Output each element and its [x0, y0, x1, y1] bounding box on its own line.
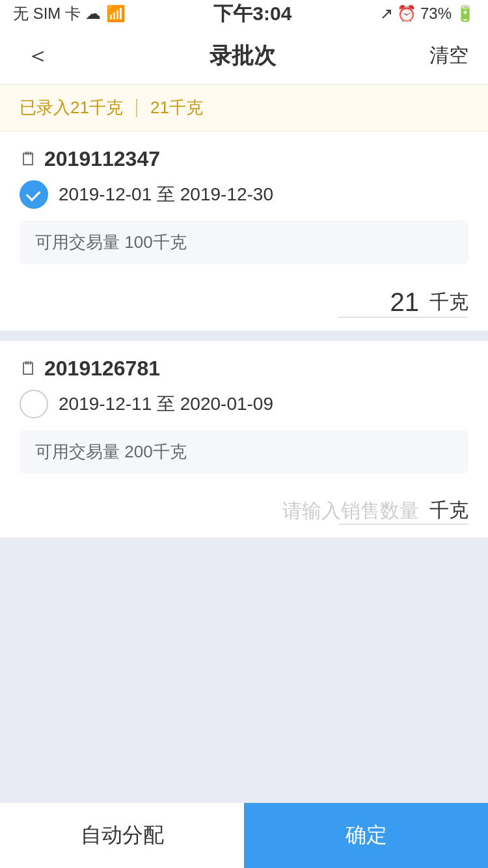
sim-label: 无 SIM 卡 ☁ — [13, 3, 101, 24]
batch2-card: 🗒 2019126781 2019-12-11 至 2020-01-09 可用交… — [0, 341, 488, 537]
batch2-available-box: 可用交易量 200千克 — [20, 430, 468, 474]
section-divider-1 — [0, 331, 488, 341]
confirm-button[interactable]: 确定 — [244, 803, 488, 868]
batch2-qty-unit: 千克 — [429, 497, 468, 524]
page-title: 录批次 — [210, 41, 276, 71]
batch1-available-text: 可用交易量 100千克 — [35, 232, 187, 252]
batch1-id: 2019112347 — [44, 147, 160, 171]
batch2-date-range: 2019-12-11 至 2020-01-09 — [59, 392, 273, 416]
wifi-icon: 📶 — [106, 5, 126, 23]
auto-distribute-button[interactable]: 自动分配 — [0, 803, 244, 868]
battery-icon: 🔋 — [455, 5, 475, 23]
battery-text: 73% — [420, 5, 452, 23]
batch2-input-row: 千克 — [0, 487, 488, 524]
batch2-available-text: 可用交易量 200千克 — [35, 442, 187, 461]
batch1-qty-unit: 千克 — [429, 289, 468, 316]
batch2-radio[interactable] — [20, 390, 48, 418]
bottom-bar: 自动分配 确定 — [0, 803, 488, 868]
back-button[interactable]: ＜ — [20, 33, 56, 78]
batch1-qty-value: 21 — [367, 288, 419, 317]
batch2-qty-input[interactable] — [172, 500, 419, 522]
batch1-qty-row: 21 千克 — [0, 277, 488, 317]
recorded-amount-value: 21千克 — [150, 96, 203, 119]
status-time: 下午3:04 — [213, 1, 291, 27]
batch1-card: 🗒 2019112347 2019-12-01 至 2019-12-30 可用交… — [0, 131, 488, 331]
batch1-date-range: 2019-12-01 至 2019-12-30 — [59, 182, 273, 207]
gray-area — [0, 548, 488, 834]
status-left: 无 SIM 卡 ☁ 📶 — [13, 3, 126, 24]
batch1-icon: 🗒 — [20, 148, 38, 170]
batch1-radio[interactable] — [20, 180, 48, 209]
clear-button[interactable]: 清空 — [429, 42, 468, 69]
location-icon: ↗ — [380, 5, 393, 23]
nav-bar: ＜ 录批次 清空 — [0, 27, 488, 85]
banner-divider — [136, 99, 137, 117]
status-bar: 无 SIM 卡 ☁ 📶 下午3:04 ↗ ⏰ 73% 🔋 — [0, 0, 488, 27]
recorded-amount-label: 已录入21千克 — [20, 96, 123, 119]
info-banner: 已录入21千克 21千克 — [0, 85, 488, 131]
batch2-id: 2019126781 — [44, 357, 160, 381]
batch1-available-box: 可用交易量 100千克 — [20, 221, 468, 264]
alarm-icon: ⏰ — [397, 5, 416, 23]
status-right: ↗ ⏰ 73% 🔋 — [380, 5, 475, 23]
section-divider-2 — [0, 537, 488, 548]
batch2-icon: 🗒 — [20, 358, 38, 379]
